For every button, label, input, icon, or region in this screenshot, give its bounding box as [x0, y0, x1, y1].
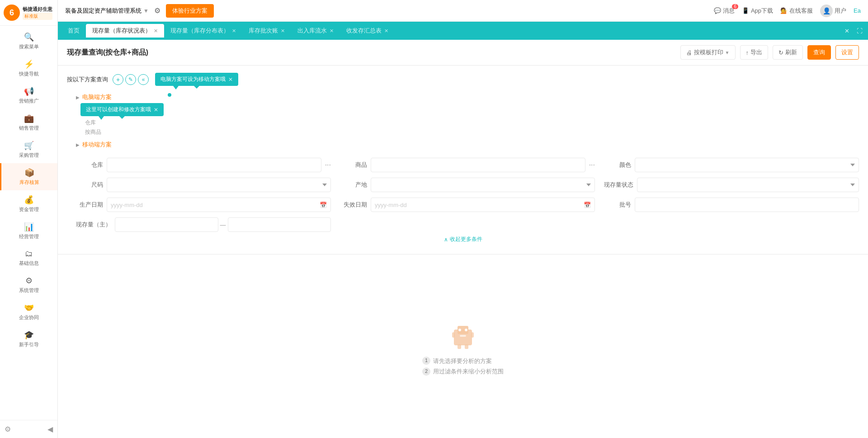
basic-nav-icon: 🗂	[25, 249, 33, 259]
finance-nav-icon: 💰	[24, 195, 34, 205]
page-title: 现存量查询(按仓库+商品)	[67, 48, 148, 57]
produce-date-calendar-icon[interactable]: 📅	[320, 202, 327, 208]
pc-scheme-label: 电脑端方案	[82, 93, 112, 101]
page-header: 现存量查询(按仓库+商品) 🖨 按模板打印 ▼ ↑ 导出 ↻ 刷新 查询 设置	[58, 40, 868, 66]
tooltip1-close[interactable]: ✕	[228, 76, 233, 83]
message-icon: 💬	[714, 7, 721, 14]
sidebar-item-finance[interactable]: 💰 资金管理	[0, 190, 57, 217]
sidebar-item-cooperation[interactable]: 🤝 企业协同	[0, 298, 57, 325]
tip-num-2: 2	[422, 367, 430, 376]
sidebar-settings-btn[interactable]: ⚙	[5, 425, 11, 433]
search-button[interactable]: 查询	[807, 45, 831, 60]
refresh-button[interactable]: ↻ 刷新	[773, 45, 803, 60]
sidebar-item-guide[interactable]: 🎓 新手引导	[0, 325, 57, 353]
tab-inventory-status[interactable]: 现存量（库存状况表） ✕	[86, 24, 164, 38]
sidebar-collapse-btn[interactable]: ◀	[47, 425, 53, 433]
pc-scheme-subitems: 仓库 按商品	[85, 118, 859, 137]
filter-warehouse-dots[interactable]: ···	[325, 161, 331, 169]
svg-rect-8	[465, 344, 468, 349]
filter-section: 仓库 ··· 商品 ··· 颜色	[76, 158, 859, 232]
filter-batch-label: 批号	[604, 201, 631, 209]
topbar-user-text: Ea	[854, 7, 861, 14]
expire-date-calendar-icon[interactable]: 📅	[584, 202, 591, 208]
tooltip1-text: 电脑方案可设为移动方案哦	[160, 75, 226, 83]
sidebar-item-system[interactable]: ⚙ 系统管理	[0, 271, 57, 298]
tab-expand-btn[interactable]: ⛶	[855, 26, 864, 36]
filter-stock-status-select[interactable]	[637, 178, 859, 192]
content-area: 现存量查询(按仓库+商品) 🖨 按模板打印 ▼ ↑ 导出 ↻ 刷新 查询 设置	[58, 40, 868, 438]
logo-name: 畅捷通好生意	[23, 6, 52, 13]
message-button[interactable]: 💬 消息 6	[714, 7, 735, 15]
svg-point-3	[465, 329, 467, 331]
filter-expire-date-input[interactable]: yyyy-mm-dd 📅	[371, 198, 595, 212]
export-button[interactable]: ↑ 导出	[740, 45, 769, 60]
online-support-button[interactable]: 💁 在线客服	[780, 7, 813, 15]
tab-batch-ledger-close[interactable]: ✕	[281, 28, 285, 34]
tip-text-1: 请先选择要分析的方案	[433, 356, 492, 366]
filter-stock-main-label: 现存量（主）	[76, 221, 111, 229]
sidebar-item-search[interactable]: 🔍 搜索菜单	[0, 28, 57, 55]
mobile-scheme-item[interactable]: ▶ 移动端方案	[76, 139, 859, 151]
refresh-icon: ↻	[778, 49, 783, 56]
filter-warehouse-input[interactable]	[107, 158, 321, 172]
system-name-dropdown[interactable]: 装备及固定资产辅助管理系统 ▼	[65, 7, 149, 15]
print-button[interactable]: 🖨 按模板打印 ▼	[680, 45, 736, 60]
filter-color-label: 颜色	[604, 161, 631, 169]
sidebar-item-sales[interactable]: 💼 销售管理	[0, 109, 57, 136]
user-info[interactable]: 👤 用户	[820, 5, 846, 17]
tab-batch-ledger-label: 库存批次账	[249, 27, 278, 35]
tab-inout-flow-close[interactable]: ✕	[330, 28, 334, 34]
settings-action-button[interactable]: 设置	[835, 45, 859, 60]
filter-batch: 批号	[604, 198, 859, 212]
sidebar-item-basic[interactable]: 🗂 基础信息	[0, 245, 57, 271]
filter-size-select[interactable]	[107, 178, 331, 192]
scheme-tree: ▶ 电脑端方案 这里可以创建和修改方案哦 ✕ 仓库 按	[76, 91, 859, 151]
filter-expire-date-label: 失效日期	[340, 201, 367, 209]
tab-batch-ledger[interactable]: 库存批次账 ✕	[242, 24, 291, 38]
back-scheme-btn[interactable]: «	[138, 74, 149, 85]
svg-rect-4	[460, 335, 466, 337]
tab-inventory-distribution-close[interactable]: ✕	[232, 28, 236, 34]
tab-inout-flow[interactable]: 出入库流水 ✕	[291, 24, 340, 38]
tab-inout-flow-label: 出入库流水	[297, 27, 327, 35]
sidebar-item-marketing[interactable]: 📢 营销推广	[0, 82, 57, 109]
sidebar-item-management[interactable]: 📊 经营管理	[0, 217, 57, 245]
tooltip-create-scheme: 这里可以创建和修改方案哦 ✕	[80, 103, 164, 116]
filter-origin-select[interactable]	[371, 178, 595, 192]
print-icon: 🖨	[686, 49, 692, 56]
tab-inventory-status-close[interactable]: ✕	[154, 28, 158, 34]
search-nav-icon: 🔍	[24, 32, 34, 42]
filter-produce-date: 生产日期 yyyy-mm-dd 📅	[76, 198, 331, 212]
tab-home[interactable]: 首页	[61, 24, 86, 38]
filter-product-input[interactable]	[371, 158, 585, 172]
sidebar-item-inventory[interactable]: 📦 库存核算	[0, 163, 57, 190]
tab-inventory-distribution[interactable]: 现存量（库存分布表） ✕	[164, 24, 242, 38]
sidebar-item-quick[interactable]: ⚡ 快捷导航	[0, 55, 57, 82]
filter-product-dots[interactable]: ···	[589, 161, 595, 169]
filter-stock-main-to[interactable]	[228, 217, 331, 232]
pc-scheme-arrow: ▶	[76, 95, 80, 100]
pc-scheme-item[interactable]: ▶ 电脑端方案	[76, 91, 859, 103]
tooltip2-close[interactable]: ✕	[154, 107, 158, 113]
filter-produce-date-input[interactable]: yyyy-mm-dd 📅	[107, 198, 331, 212]
topbar-settings-icon[interactable]: ⚙	[154, 6, 160, 15]
filter-batch-input[interactable]	[635, 198, 859, 212]
add-scheme-btn[interactable]: +	[113, 74, 123, 85]
filter-color-select[interactable]	[635, 158, 859, 172]
edit-scheme-btn[interactable]: ✎	[125, 74, 136, 85]
collapse-bar[interactable]: ∧ 收起更多条件	[67, 232, 859, 247]
tab-summary-close[interactable]: ✕	[384, 28, 388, 34]
filter-row-4: 现存量（主） —	[76, 217, 859, 232]
sidebar: 6 畅捷通好生意 标准版 🔍 搜索菜单 ⚡ 快捷导航 📢 营销推广 💼 销售管理…	[0, 0, 58, 438]
experience-button[interactable]: 体验行业方案	[166, 4, 214, 18]
message-badge: 6	[732, 4, 738, 9]
topbar: 装备及固定资产辅助管理系统 ▼ ⚙ 体验行业方案 💬 消息 6 📱 App下载 …	[58, 0, 868, 22]
tab-summary[interactable]: 收发存汇总表 ✕	[340, 24, 395, 38]
tab-close-all-btn[interactable]: ✕	[843, 26, 851, 36]
management-nav-icon: 📊	[24, 222, 34, 232]
sidebar-item-purchase[interactable]: 🛒 采购管理	[0, 136, 57, 163]
app-download-button[interactable]: 📱 App下载	[742, 7, 773, 15]
empty-state-icon	[445, 316, 481, 352]
filter-stock-main-from[interactable]	[115, 217, 218, 232]
topbar-left: 装备及固定资产辅助管理系统 ▼ ⚙ 体验行业方案	[65, 4, 214, 18]
